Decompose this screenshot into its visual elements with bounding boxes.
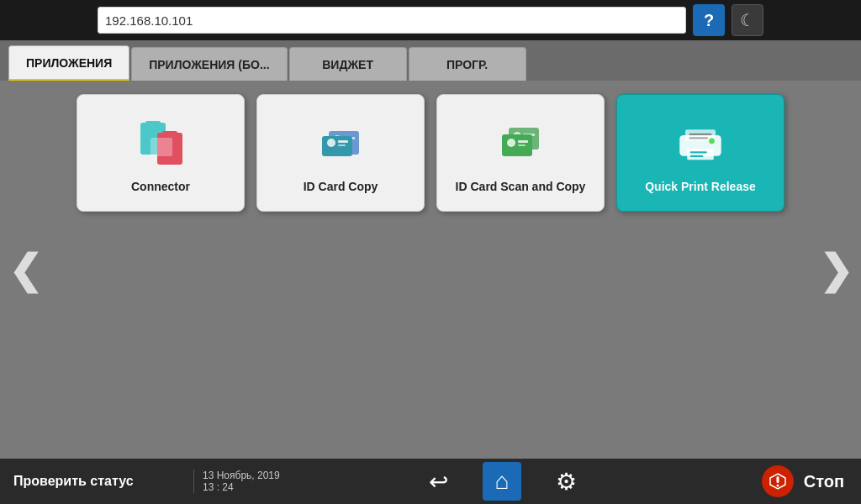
svg-rect-25 [690, 155, 704, 156]
night-mode-button[interactable]: ☾ [732, 4, 763, 36]
svg-rect-30 [776, 476, 779, 483]
date-section: 13 Ноябрь, 2019 13 : 24 [193, 470, 294, 493]
app-tile-quick-print[interactable]: Quick Print Release [616, 94, 784, 212]
stop-icon [762, 465, 794, 497]
date-text: 13 Ноябрь, 2019 [203, 470, 280, 481]
svg-point-26 [709, 138, 715, 144]
nav-left-button[interactable]: ❮ [8, 244, 42, 295]
app-tile-id-card-copy[interactable]: ID Card Copy [256, 94, 425, 212]
quick-print-icon [670, 113, 731, 173]
app-grid: Connector ID Card Copy [50, 94, 811, 212]
tab-apps[interactable]: ПРИЛОЖЕНИЯ [8, 45, 129, 81]
svg-rect-9 [322, 136, 352, 156]
tab-bar: ПРИЛОЖЕНИЯ ПРИЛОЖЕНИЯ (БО... ВИДЖЕТ ПРОГ… [0, 40, 861, 81]
status-text: Проверить статус [13, 474, 134, 489]
bottom-bar: Проверить статус 13 Ноябрь, 2019 13 : 24… [0, 459, 861, 504]
home-button[interactable]: ⌂ [483, 462, 521, 501]
svg-point-18 [507, 139, 515, 147]
svg-rect-11 [338, 140, 348, 143]
tab-widget[interactable]: ВИДЖЕТ [289, 47, 407, 81]
app-tile-quick-print-label: Quick Print Release [645, 180, 756, 194]
nav-right-button[interactable]: ❯ [819, 244, 853, 295]
svg-rect-27 [689, 133, 712, 134]
svg-rect-24 [690, 151, 707, 153]
bottom-actions: ↩ ⌂ ⚙ [294, 462, 710, 501]
svg-rect-28 [689, 137, 709, 139]
svg-rect-20 [518, 144, 526, 146]
idcard-scan-icon [490, 113, 551, 173]
app-tile-connector[interactable]: Connector [77, 94, 245, 212]
app-tile-id-card-scan-copy[interactable]: ID Card Scan and Copy [436, 94, 605, 212]
main-content: ❮ Connector [0, 81, 861, 459]
svg-rect-12 [338, 144, 346, 146]
settings-button[interactable]: ⚙ [547, 462, 585, 501]
stop-section: Стоп [710, 465, 861, 497]
svg-rect-1 [145, 121, 161, 124]
svg-rect-17 [502, 134, 532, 156]
help-button[interactable]: ? [693, 4, 725, 36]
stop-text[interactable]: Стоп [804, 472, 844, 491]
top-bar: ? ☾ [0, 0, 861, 40]
svg-point-31 [776, 485, 779, 487]
tab-prog[interactable]: ПРОГР. [409, 47, 526, 81]
connector-icon [130, 113, 191, 173]
address-input[interactable] [98, 7, 686, 34]
svg-point-10 [327, 139, 335, 147]
svg-rect-3 [162, 131, 177, 134]
app-tile-connector-label: Connector [131, 180, 190, 194]
idcard-copy-icon [310, 113, 371, 173]
svg-rect-4 [151, 138, 172, 156]
app-tile-idcard-scan-label: ID Card Scan and Copy [456, 180, 586, 194]
back-button[interactable]: ↩ [419, 462, 457, 501]
tab-apps-more[interactable]: ПРИЛОЖЕНИЯ (БО... [131, 47, 287, 81]
time-text: 13 : 24 [203, 481, 234, 493]
app-tile-idcard-copy-label: ID Card Copy [304, 180, 378, 194]
svg-rect-19 [518, 140, 528, 143]
status-section: Проверить статус [0, 474, 193, 489]
svg-rect-23 [687, 148, 714, 160]
